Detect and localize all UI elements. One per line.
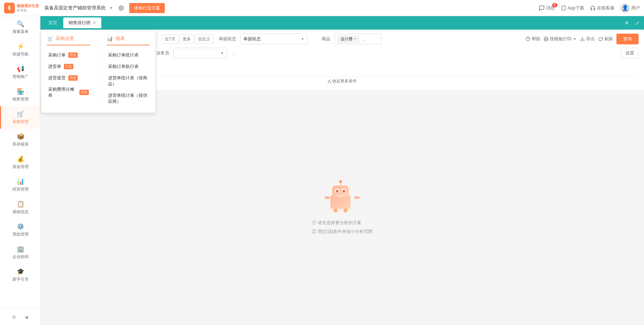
tab-resize-btn[interactable]: ⤢ [633, 19, 641, 27]
tab-close-icon[interactable]: ✕ [93, 21, 96, 25]
setting-btn[interactable]: 设置 [621, 48, 639, 58]
online-service-label: 在线客服 [597, 5, 614, 11]
sidebar-item-search-menu[interactable]: 🔍 搜索菜单 [0, 16, 40, 39]
salesman-ellipsis[interactable]: ... [231, 51, 238, 56]
refresh-label: 刷新 [604, 36, 613, 42]
goods-select[interactable]: 设计费 × ... [334, 34, 382, 44]
print-btn[interactable]: 按模板打印 ▼ [544, 36, 577, 42]
dropdown-col-purchase: 🛒 采购业务 采购订单 历史 进货单 历史 进货退货 历史 采购费用分摊单 [47, 35, 90, 107]
dropdown-item-purchase-order[interactable]: 采购订单 历史 [47, 49, 90, 61]
purchase-col-title: 采购业务 [56, 36, 74, 42]
sidebar-item-label: 经营管理 [12, 187, 29, 192]
message-icon [539, 5, 545, 11]
system-icon: ⚙️ [17, 223, 24, 230]
dropdown-item-report-4[interactable]: 进货单统计表（按供应商） [107, 90, 150, 107]
date-custom-btn[interactable]: 自定义 [195, 35, 213, 44]
svg-point-12 [336, 190, 338, 193]
setting-right: 设置 [621, 48, 639, 58]
purchase-col-header: 🛒 采购业务 [47, 35, 90, 45]
sidebar-settings-btn[interactable]: ⚙ [9, 312, 19, 322]
report-2-label: 采购订单执行表 [108, 64, 139, 70]
goods-ellipsis[interactable]: ... [361, 37, 368, 42]
sidebar-item-marketing[interactable]: 📢 营销推广 [0, 61, 40, 84]
sales-icon: 🏪 [17, 88, 24, 95]
sidebar-item-label: 企业协同 [12, 254, 29, 260]
svg-rect-17 [354, 196, 360, 199]
system-title: 装备及固定资产辅助管理系统 [44, 5, 106, 11]
marketing-icon: 📢 [17, 65, 24, 73]
tab-sales-rank[interactable]: 销售排行榜 ✕ [63, 17, 101, 28]
tab-sales-rank-label: 销售排行榜 [69, 20, 91, 26]
enterprise-icon: 🏢 [17, 245, 24, 253]
toolbar-right: 帮助 按模板打印 ▼ 导出 [526, 34, 639, 44]
doc-status-select[interactable]: 单据状态 ▼ [240, 34, 308, 44]
salesman-arrow: ▼ [220, 51, 224, 55]
tab-home[interactable]: 首页 [43, 17, 63, 28]
dropdown-item-report-3[interactable]: 进货单统计表（按商品） [107, 72, 150, 90]
quick-nav-icon: ⚡ [17, 43, 24, 50]
empty-hint-1: 请先选择要分析的方案 [312, 218, 372, 227]
dropdown-item-purchase-expense[interactable]: 采购费用分摊单 历史 [47, 84, 90, 101]
user-btn[interactable]: 👤 用户 [620, 3, 640, 13]
tab-close-all-btn[interactable]: ✕ [622, 19, 631, 27]
col-divider [98, 35, 99, 107]
sidebar-collapse-btn[interactable]: ◀ [22, 312, 31, 322]
svg-point-0 [120, 7, 122, 9]
sidebar-item-operations[interactable]: 📊 经营管理 [0, 174, 40, 196]
refresh-btn[interactable]: 刷新 [598, 36, 613, 42]
sidebar-item-guide[interactable]: 🎓 新手引导 [0, 264, 40, 286]
sidebar-item-label: 基础信息 [12, 209, 29, 215]
app-download-btn[interactable]: App下载 [561, 5, 584, 11]
dropdown-item-report-1[interactable]: 采购订单统计表 [107, 49, 150, 61]
sidebar-item-label: 库存核算 [12, 141, 29, 147]
goods-tag: 设计费 × [337, 35, 359, 43]
tab-bar: 首页 销售排行榜 ✕ ✕ ⤢ [40, 16, 644, 30]
dropdown-item-report-2[interactable]: 采购订单执行表 [107, 61, 150, 72]
purchase-icon: 🛒 [17, 110, 24, 118]
sidebar-item-label: 搜索菜单 [12, 29, 29, 35]
sidebar-item-label: 销售管理 [12, 96, 29, 102]
date-7days-btn[interactable]: 近7天 [162, 35, 178, 44]
header-center: 装备及固定资产辅助管理系统 ▼ 体验行业方案 [44, 3, 539, 13]
online-service-btn[interactable]: 在线客服 [590, 5, 614, 11]
purchase-expense-label: 采购费用分摊单 [48, 86, 77, 98]
industry-btn[interactable]: 体验行业方案 [129, 3, 165, 13]
top-header: 6 畅捷通好生意 标准版 装备及固定资产辅助管理系统 ▼ 体验行业方案 消息 5… [0, 0, 644, 16]
sidebar-item-basic-info[interactable]: 📋 基础信息 [0, 196, 40, 219]
goods-tag-close[interactable]: × [354, 37, 356, 41]
help-btn[interactable]: 帮助 [526, 36, 540, 42]
empty-area: 请先选择要分析的方案 用[过滤]条件来缩小分析范围 [40, 90, 644, 325]
svg-point-19 [344, 208, 348, 212]
tab-bar-right: ✕ ⤢ [622, 19, 641, 27]
sidebar-item-system[interactable]: ⚙️ 系统管理 [0, 219, 40, 241]
salesman-select[interactable]: ▼ [173, 48, 227, 58]
report-3-label: 进货单统计表（按商品） [108, 75, 149, 87]
date-more-btn[interactable]: 更多 [180, 35, 194, 44]
empty-illustration [322, 179, 362, 213]
sidebar-item-capital[interactable]: 💰 资金管理 [0, 151, 40, 174]
query-btn[interactable]: 查询 [616, 34, 639, 44]
sidebar-item-label: 采购管理 [12, 119, 29, 125]
system-dropdown-arrow[interactable]: ▼ [109, 6, 113, 10]
settings-icon-btn[interactable] [116, 3, 126, 13]
purchase-return-history-badge: 历史 [68, 75, 78, 81]
message-btn[interactable]: 消息 5 [539, 5, 555, 11]
goods-label: 商品 [312, 36, 330, 42]
export-btn[interactable]: 导出 [580, 36, 595, 42]
dropdown-cols: 🛒 采购业务 采购订单 历史 进货单 历史 进货退货 历史 采购费用分摊单 [47, 35, 150, 107]
sidebar-item-sales[interactable]: 🏪 销售管理 [0, 84, 40, 106]
svg-point-15 [339, 180, 342, 183]
dropdown-item-purchase-return[interactable]: 进货退货 历史 [47, 72, 90, 84]
reports-col-header: 📊 报表 [107, 35, 150, 45]
sidebar-item-inventory[interactable]: 📦 库存核算 [0, 129, 40, 151]
sidebar-item-quick-nav[interactable]: ⚡ 快捷导航 [0, 39, 40, 61]
sidebar-item-label: 营销推广 [12, 74, 29, 80]
dropdown-col-reports: 📊 报表 采购订单统计表 采购订单执行表 进货单统计表（按商品） 进货单统计表（… [107, 35, 150, 107]
purchase-order-history-badge: 历史 [68, 52, 78, 58]
phone-icon [561, 5, 566, 11]
sidebar-item-purchase[interactable]: 🛒 采购管理 [0, 106, 40, 129]
sidebar-item-enterprise[interactable]: 🏢 企业协同 [0, 241, 40, 264]
print-dropdown-arrow[interactable]: ▼ [573, 37, 577, 41]
doc-status-value: 单据状态 [243, 36, 261, 42]
dropdown-item-purchase-receipt[interactable]: 进货单 历史 [47, 61, 90, 72]
